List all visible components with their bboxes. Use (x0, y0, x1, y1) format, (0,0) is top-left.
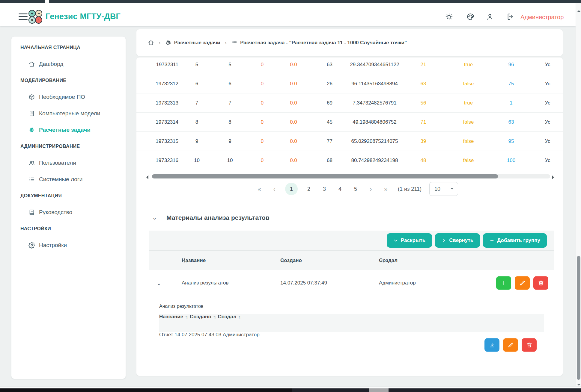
home-icon (28, 61, 35, 67)
sort-icon[interactable]: ↑↓ (379, 258, 384, 263)
sidebar-item-settings[interactable]: Настройки (11, 237, 126, 253)
pagination: « ‹ 1 2 3 4 5 › » (1 из 211) 10 (255, 180, 458, 198)
table-row[interactable]: 197323137700.0697.3473248257679156true1У… (136, 93, 563, 113)
page-button-5[interactable]: 5 (351, 186, 360, 192)
sort-icon[interactable]: ↑↓ (211, 314, 216, 319)
group-name: Анализ результатов (182, 280, 229, 286)
app-header: + − × ÷ Генезис МГТУ-ДВГ (0, 3, 576, 26)
app-logo: + − × ÷ (28, 10, 42, 24)
breadcrumb-separator: › (158, 39, 161, 46)
table-row[interactable]: 197323126600.02696.1143516349889463false… (136, 74, 563, 93)
breadcrumb-separator: › (224, 39, 227, 46)
sidebar-section-home: НАЧАЛЬНАЯ СТРАНИЦА (11, 39, 126, 56)
breadcrumb-current-task[interactable]: Расчетная задача - "Расчетная задача 11 … (231, 40, 407, 46)
chip-icon (28, 127, 35, 133)
download-icon (489, 342, 495, 348)
sort-icon[interactable]: ↑↓ (182, 258, 187, 263)
vertical-scrollbar[interactable] (576, 3, 581, 388)
sort-icon[interactable]: ↑↓ (183, 314, 188, 319)
sort-icon[interactable]: ↑↓ (236, 314, 241, 319)
scroll-right-arrow-icon[interactable] (552, 175, 554, 179)
page-size-select[interactable]: 10 (429, 182, 458, 196)
row-collapse-icon[interactable]: ⌄ (156, 279, 161, 286)
materials-section-header: ⌄ Материалы анализа результатов (136, 211, 563, 224)
edit-group-button[interactable] (515, 276, 530, 290)
trash-icon (526, 342, 532, 348)
book-icon (28, 209, 35, 216)
sidebar-item-software[interactable]: Необходимое ПО (11, 89, 126, 105)
group-row[interactable]: ⌄ Анализ результатов 14.07.2025 07:37:49… (136, 270, 563, 296)
material-name: Отчет (159, 332, 173, 337)
sub-group-label: Анализ результатов (159, 304, 203, 309)
page-first-button[interactable]: « (255, 186, 264, 193)
hamburger-menu-icon[interactable] (19, 13, 28, 19)
material-row[interactable]: Отчет 14.07.2025 07:43:03 Администратор (159, 332, 544, 358)
table-row[interactable]: 197323115500.06329.34470934465112221true… (136, 57, 563, 74)
gear-icon (28, 242, 35, 249)
add-group-button[interactable]: Добавить группу (483, 233, 547, 248)
taskbar-strip (0, 388, 581, 392)
user-profile-icon[interactable] (486, 13, 494, 21)
calculator-icon (28, 110, 35, 117)
section-collapse-icon[interactable]: ⌄ (152, 214, 157, 221)
page-next-button[interactable]: › (367, 186, 375, 193)
current-user-label[interactable]: Администратор (520, 14, 564, 21)
panel-divider (149, 371, 554, 371)
sort-icon[interactable]: ↑↓ (280, 258, 285, 263)
page-last-button[interactable]: » (382, 186, 390, 193)
horizontal-scroll-thumb[interactable] (152, 174, 498, 178)
sidebar-section-modeling: МОДЕЛИРОВАНИЕ (11, 72, 126, 89)
table-row[interactable]: 19732316101000.06880.7429824923419848fal… (136, 151, 563, 170)
vertical-scroll-thumb[interactable] (577, 256, 580, 380)
delete-group-button[interactable] (533, 276, 548, 290)
sidebar-item-system-logs[interactable]: Системные логи (11, 171, 126, 187)
group-author: Администратор (379, 280, 416, 286)
page-button-1[interactable]: 1 (285, 183, 298, 195)
breadcrumb: › Расчетные задачи › Расчетная задача - … (136, 29, 563, 56)
sidebar-item-users[interactable]: Пользователи (11, 155, 126, 171)
palette-icon[interactable] (466, 13, 474, 21)
horizontal-scroll-track[interactable] (152, 174, 550, 178)
column-header-name[interactable]: Название↑↓ (159, 314, 188, 320)
chevron-right-icon (442, 238, 446, 243)
pencil-icon (508, 342, 514, 348)
chip-icon (165, 40, 171, 46)
materials-section-title: Материалы анализа результатов (166, 214, 270, 221)
chevron-down-icon (451, 188, 454, 191)
top-strip-notch (45, 0, 49, 3)
table-row[interactable]: 197323148800.04549.198480480675271false6… (136, 113, 563, 132)
page-button-4[interactable]: 4 (335, 186, 344, 192)
column-header-author[interactable]: Создал↑↓ (218, 314, 242, 320)
sidebar-item-manual[interactable]: Руководство (11, 204, 126, 220)
page-prev-button[interactable]: ‹ (270, 186, 279, 193)
add-material-button[interactable] (496, 276, 511, 290)
edit-material-button[interactable] (503, 338, 518, 352)
users-icon (28, 160, 35, 166)
logo-multiply-icon: × (28, 16, 36, 24)
scroll-left-arrow-icon[interactable] (146, 175, 148, 179)
sidebar-item-calc-tasks[interactable]: Расчетные задачи (11, 122, 126, 138)
collapse-all-button[interactable]: Свернуть (435, 233, 480, 248)
sidebar-item-computer-models[interactable]: Компьютерные модели (11, 105, 126, 122)
theme-toggle-icon[interactable] (445, 13, 453, 21)
download-material-button[interactable] (484, 338, 499, 352)
scroll-up-arrow-icon[interactable] (577, 10, 581, 12)
page-button-2[interactable]: 2 (304, 186, 313, 192)
list-icon (28, 176, 35, 183)
column-header-created[interactable]: Создано↑↓ (190, 314, 216, 320)
group-table-header: Название↑↓ Создано↑↓ Создал↑↓ (149, 250, 554, 270)
home-icon[interactable] (148, 40, 154, 46)
sidebar-section-docs: ДОКУМЕНТАЦИЯ (11, 187, 126, 204)
sidebar-item-dashboard[interactable]: Дашборд (11, 56, 126, 72)
page-button-3[interactable]: 3 (320, 186, 329, 192)
delete-material-button[interactable] (522, 338, 537, 352)
page-info: (1 из 211) (397, 186, 423, 192)
logo-minus-icon: − (35, 10, 42, 17)
list-icon (231, 40, 237, 46)
table-row[interactable]: 197323159900.07765.0292087521407539false… (136, 132, 563, 151)
logout-icon[interactable] (506, 13, 514, 21)
scroll-down-arrow-icon[interactable] (577, 384, 581, 386)
breadcrumb-calc-tasks[interactable]: Расчетные задачи (165, 40, 220, 46)
trash-icon (538, 280, 544, 286)
expand-all-button[interactable]: Раскрыть (387, 233, 432, 248)
